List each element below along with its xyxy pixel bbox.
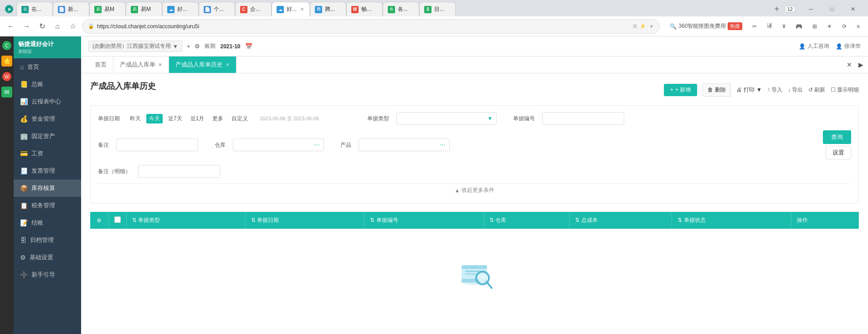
content-close-btn[interactable]: ✕ (842, 61, 857, 68)
refresh-btn[interactable]: ↺ 刷新 (808, 86, 825, 94)
content-more-btn[interactable]: ▶ (857, 61, 865, 68)
currency-tool[interactable]: ¥ (779, 20, 789, 33)
filter-settings-button[interactable]: 设置 (826, 146, 851, 159)
query-button[interactable]: 查询 (823, 130, 851, 144)
filter-section: 单据日期 昨天 今天 近7天 近1月 更多 自定义 2023-06-06 至 2… (90, 105, 859, 204)
sidebar-item-salary[interactable]: 💳 工资 (14, 145, 81, 162)
shortcut-today[interactable]: 今天 (146, 114, 163, 123)
new-tab-button[interactable]: + (770, 3, 783, 15)
star-icon[interactable]: ⭐ (1, 56, 12, 67)
sidebar-item-checkout[interactable]: 📝 结账 (14, 214, 81, 231)
scissors-tool[interactable]: ✂ (749, 20, 760, 33)
search-bar[interactable]: 🔍 360智能抠图免费用 热搜 (666, 20, 746, 33)
shortcut-yesterday[interactable]: 昨天 (127, 114, 144, 123)
browser-tab-12[interactable]: S 目... (419, 2, 456, 16)
window-restore[interactable]: □ (822, 2, 842, 16)
sidebar-item-home[interactable]: ⌂ 首页 (14, 58, 81, 76)
bookmark-button[interactable]: ☆ (67, 20, 79, 33)
game-tool[interactable]: 🎮 (792, 20, 806, 33)
history-tool[interactable]: ⟳ (838, 20, 850, 33)
browser-tab-1[interactable]: 在 在... (16, 2, 53, 16)
tab-8-close[interactable]: ✕ (299, 6, 305, 13)
browser-tab-10[interactable]: M 畅... (346, 2, 383, 16)
browser-tab-6[interactable]: 📄 个... (199, 2, 235, 16)
calendar-icon[interactable]: 📅 (245, 43, 252, 50)
forward-button[interactable]: → (20, 20, 33, 33)
browser-tab-2[interactable]: 📄 新... (53, 2, 89, 16)
sidebar-item-invoice[interactable]: 🧾 发票管理 (14, 162, 81, 180)
tab-bill-list[interactable]: 产成品入库单 ✕ (113, 57, 169, 73)
sidebar-item-asset[interactable]: 🏢 固定资产 (14, 128, 81, 145)
user-profile[interactable]: 👤 徐泽华 (836, 42, 861, 50)
delete-btn[interactable]: 🗑 删除 (703, 83, 731, 97)
tab-3-icon: 易 (94, 6, 102, 13)
reload-button[interactable]: ↻ (36, 20, 48, 33)
bill-number-input[interactable] (542, 112, 624, 125)
show-detail-btn[interactable]: ☐ 显示明细 (831, 86, 859, 94)
bill-type-select[interactable]: ▼ (396, 112, 497, 125)
shortcut-more[interactable]: 更多 (210, 114, 226, 123)
product-select[interactable]: ··· (359, 139, 450, 151)
sidebar-item-tax[interactable]: 📋 税务管理 (14, 197, 81, 214)
home-button[interactable]: ⌂ (51, 20, 64, 33)
browser-tab-11[interactable]: 各 各... (383, 2, 419, 16)
header-checkbox[interactable] (114, 216, 121, 223)
empty-illustration (452, 256, 497, 297)
th-bill-date[interactable]: ⇅ 单据日期 (245, 212, 364, 229)
browser-tab-9[interactable]: 腾 腾... (310, 2, 346, 16)
address-bar[interactable]: 🔒 https://cloud.chanjet.com/accounting/u… (82, 19, 660, 34)
window-close[interactable]: ✕ (842, 2, 863, 16)
print-btn[interactable]: 🖨 打印 ▼ (736, 84, 762, 96)
sidebar-item-archive[interactable]: 🗄 归档管理 (14, 231, 81, 249)
sidebar-item-inventory[interactable]: 📦 库存核算 (14, 180, 81, 197)
th-bill-status[interactable]: ⇅ 单据状态 (672, 212, 791, 229)
grid-tool[interactable]: ⊞ (809, 20, 821, 33)
tab-bill-history[interactable]: 产成品入库单历史 ✕ (169, 57, 236, 73)
breadcrumb-home[interactable]: 首页 (88, 57, 113, 73)
remark-detail-input[interactable] (138, 165, 220, 178)
shortcut-custom[interactable]: 自定义 (229, 114, 251, 123)
th-bill-type[interactable]: ⇅ 单据类型 (126, 212, 245, 229)
remark-input[interactable] (116, 139, 198, 151)
sidebar-item-ledger[interactable]: 📒 总账 (14, 76, 81, 93)
th-warehouse[interactable]: ⇅ 仓库 (483, 212, 570, 229)
bill-list-close-icon[interactable]: ✕ (158, 62, 162, 68)
sidebar-item-newentry[interactable]: ➕ 新手引导 (14, 266, 81, 283)
th-gear[interactable]: ⚙ (90, 212, 108, 229)
checkbox-detail-icon: ☐ (831, 87, 836, 93)
import-btn[interactable]: ↑ 导入 (767, 86, 782, 94)
header-settings-btn[interactable]: ⚙ (195, 43, 200, 50)
refresh-icon: ↺ (808, 87, 813, 93)
company-selector[interactable]: (勿删勿禁用）江西腺宝测试专用 ▼ (88, 41, 182, 52)
browser-tab-4[interactable]: 易 易M (126, 2, 162, 16)
th-bill-number[interactable]: ⇅ 单据编号 (365, 212, 483, 229)
chanjet-icon[interactable]: C (1, 40, 12, 51)
browser-tab-3[interactable]: 易 易M (89, 2, 126, 16)
browser-tab-7[interactable]: C 企... (235, 2, 272, 16)
weibo-icon[interactable]: W (1, 71, 12, 82)
window-minimize[interactable]: ─ (801, 2, 822, 16)
add-company-btn[interactable]: + (187, 43, 190, 50)
collapse-btn[interactable]: ▲ 收起更多条件 (98, 183, 851, 197)
translate-tool[interactable]: 译 (763, 20, 776, 33)
sidebar-item-settings[interactable]: ⚙ 基础设置 (14, 249, 81, 266)
more-tool[interactable]: ≡ (853, 20, 863, 33)
warehouse-select[interactable]: ··· (233, 139, 324, 151)
bill-history-close-icon[interactable]: ✕ (226, 62, 230, 68)
consult-btn[interactable]: 👤 人工咨询 (799, 42, 829, 50)
shortcut-week[interactable]: 近7天 (165, 114, 185, 123)
export-btn[interactable]: ↓ 导出 (788, 86, 803, 94)
add-btn[interactable]: + + 新增 (664, 84, 697, 96)
mail-icon[interactable]: ✉ (1, 87, 12, 98)
back-button[interactable]: ← (5, 20, 17, 33)
sidebar-item-fund[interactable]: 💰 资金管理 (14, 110, 81, 128)
browser-tab-8[interactable]: ☁ 好... ✕ (272, 2, 310, 16)
shortcut-month[interactable]: 近1月 (188, 114, 207, 123)
browser-tab-5[interactable]: ☁ 好... (162, 2, 199, 16)
data-table: ⚙ ⇅ 单据类型 ⇅ 单据日期 (90, 212, 859, 324)
th-checkbox[interactable] (108, 212, 126, 229)
back-nav-icon[interactable]: ➤ (2, 2, 16, 16)
theme-tool[interactable]: ☀ (823, 20, 836, 33)
sidebar-item-report[interactable]: 📊 云报表中心 (14, 93, 81, 110)
th-total-cost[interactable]: ⇅ 总成本 (570, 212, 672, 229)
